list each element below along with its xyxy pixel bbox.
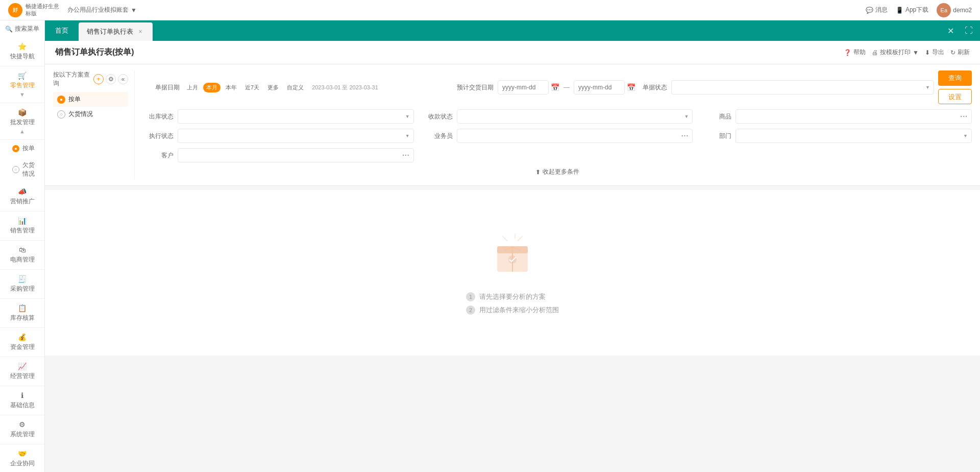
last-7days-btn[interactable]: 近7天 <box>242 83 262 92</box>
tab-maximize-button[interactable]: ⛶ <box>962 23 976 38</box>
sidebar-item-purchase[interactable]: 🧾 采购管理 <box>0 270 44 299</box>
sidebar-item-finance[interactable]: 💰 资金管理 <box>0 328 44 357</box>
start-calendar-icon[interactable]: 📅 <box>551 83 559 91</box>
sidebar-item-basics[interactable]: ℹ 基础信息 <box>0 386 44 415</box>
tip-num-2: 2 <box>466 305 475 315</box>
collapse-sidebar-button[interactable]: « <box>118 74 128 84</box>
sidebar-item-inventory[interactable]: 📋 库存核算 <box>0 299 44 328</box>
sidebar: 🔍 搜索菜单 ⭐ 快捷导航 🛒 零售管理 ▼ 📦 批发管理 ▲ ● 按单 ○ 欠… <box>0 20 45 472</box>
settings-plan-button[interactable]: ⚙ <box>106 74 116 84</box>
retail-icon: 🛒 <box>18 72 27 80</box>
filter-row-2: 出库状态 收款状态 <box>143 109 972 124</box>
sidebar-sub-item-欠货[interactable]: ○ 欠货情况 <box>0 157 44 182</box>
sidebar-item-retail[interactable]: 🛒 零售管理 ▼ <box>0 66 44 103</box>
sidebar-item-sales[interactable]: 📊 销售管理 <box>0 211 44 241</box>
empty-tips: 1 请先选择要分析的方案 2 用过滤条件来缩小分析范围 <box>466 292 559 315</box>
salesperson-group: 业务员 <box>422 129 693 143</box>
customer-wrapper <box>178 148 414 162</box>
expected-date-end[interactable] <box>574 80 625 95</box>
filter-row-1: 单据日期 上月 本月 本年 近7天 更多 自定义 20 <box>143 70 972 104</box>
out-status-label: 出库状态 <box>143 112 178 121</box>
plan-item-欠货[interactable]: ○ 欠货情况 <box>53 107 128 122</box>
salesperson-wrapper <box>457 129 693 143</box>
sidebar-item-quick-nav[interactable]: ⭐ 快捷导航 <box>0 37 44 66</box>
minimize-icon: ✕ <box>947 26 954 36</box>
date-range-display: 2023-03-01 至 2023-03-31 <box>312 84 378 91</box>
collapse-icon: ▲ <box>19 128 25 134</box>
date-separator: — <box>561 84 572 91</box>
date-quick-group: 上月 本月 本年 近7天 更多 自定义 2023-03-01 至 2023-03… <box>184 83 447 92</box>
logo-area: 好 畅捷通好生意 标版 <box>8 3 59 17</box>
filter-section-title: 按以下方案查询 <box>53 70 93 88</box>
wholesale-icon: 📦 <box>18 108 27 116</box>
sidebar-item-enterprise[interactable]: 🤝 企业协同 <box>0 444 44 472</box>
gear-icon: ⚙ <box>108 76 114 83</box>
active-plan-indicator: ● <box>12 145 19 152</box>
top-bar-right: 💬 消息 📱 App下载 Ea demo2 <box>866 3 972 17</box>
plan-item-按单[interactable]: ● 按单 <box>53 92 128 107</box>
purchase-icon: 🧾 <box>18 275 27 283</box>
last-month-btn[interactable]: 上月 <box>184 83 201 92</box>
download-icon: 📱 <box>896 7 903 14</box>
collapse-button[interactable]: ⬆ 收起更多条件 <box>143 164 972 179</box>
app-download-action[interactable]: 📱 App下载 <box>896 6 928 14</box>
this-month-btn[interactable]: 本月 <box>203 83 220 92</box>
tab-bar: 首页 销售订单执行表 × ✕ ⛶ <box>45 20 980 41</box>
print-button[interactable]: 🖨 按模板打印 ▼ <box>872 48 919 57</box>
message-action[interactable]: 💬 消息 <box>866 6 888 14</box>
sidebar-sub-item-按单[interactable]: ● 按单 <box>0 140 44 157</box>
plan-inactive-icon: ○ <box>57 110 65 119</box>
tab-sales-order[interactable]: 销售订单执行表 × <box>79 22 153 41</box>
sales-icon: 📊 <box>18 217 27 225</box>
quick-nav-icon: ⭐ <box>18 42 27 51</box>
receipt-status-label: 收款状态 <box>422 112 457 121</box>
sidebar-sub-section: ● 按单 ○ 欠货情况 <box>0 140 44 182</box>
more-btn[interactable]: 更多 <box>264 83 282 92</box>
receipt-status-select[interactable] <box>457 109 693 124</box>
empty-tip-2: 2 用过滤条件来缩小分析范围 <box>466 305 559 315</box>
company-selector[interactable]: 办公用品行业模拟账套 ▼ <box>63 4 141 16</box>
status-select[interactable] <box>671 80 934 95</box>
search-button[interactable]: 查询 <box>938 70 972 86</box>
empty-state: 1 请先选择要分析的方案 2 用过滤条件来缩小分析范围 <box>45 190 980 356</box>
inactive-plan-indicator: ○ <box>12 166 19 173</box>
product-wrapper <box>736 109 972 124</box>
dept-wrapper <box>736 129 972 143</box>
customer-input[interactable] <box>178 148 414 162</box>
settings-button[interactable]: 设置 <box>938 89 972 104</box>
help-button[interactable]: ❓ 帮助 <box>844 48 866 57</box>
refresh-button[interactable]: ↻ 刷新 <box>950 48 970 57</box>
exec-status-select[interactable] <box>178 129 414 143</box>
add-plan-button[interactable]: + <box>93 74 104 84</box>
search-menu-item[interactable]: 🔍 搜索菜单 <box>0 20 44 37</box>
marketing-icon: 📣 <box>18 187 27 196</box>
custom-btn[interactable]: 自定义 <box>284 83 307 92</box>
expected-date-start[interactable] <box>498 80 549 95</box>
empty-tip-1: 1 请先选择要分析的方案 <box>466 292 559 301</box>
sidebar-item-operations[interactable]: 📈 经营管理 <box>0 357 44 386</box>
dept-select[interactable] <box>736 129 972 143</box>
customer-group: 客户 <box>143 148 414 162</box>
salesperson-input[interactable] <box>457 129 693 143</box>
date-quick-buttons: 上月 本月 本年 近7天 更多 自定义 <box>184 83 307 92</box>
salesperson-label: 业务员 <box>422 132 457 140</box>
sidebar-item-wholesale[interactable]: 📦 批发管理 ▲ <box>0 103 44 140</box>
this-year-btn[interactable]: 本年 <box>223 83 240 92</box>
expected-date-label: 预计交货日期 <box>457 83 498 92</box>
sidebar-item-marketing[interactable]: 📣 营销推广 <box>0 182 44 211</box>
content-area: 首页 销售订单执行表 × ✕ ⛶ 销售订单执行表(按单) <box>45 20 980 472</box>
tip-num-1: 1 <box>466 292 475 301</box>
user-action[interactable]: Ea demo2 <box>937 3 972 17</box>
tab-home[interactable]: 首页 <box>45 20 79 41</box>
sidebar-item-ecommerce[interactable]: 🛍 电商管理 <box>0 241 44 270</box>
exec-status-wrapper <box>178 129 414 143</box>
tab-close-icon[interactable]: × <box>136 28 144 36</box>
search-action-area: 查询 设置 <box>938 70 972 104</box>
export-button[interactable]: ⬇ 导出 <box>925 48 944 57</box>
sidebar-item-system[interactable]: ⚙ 系统管理 <box>0 415 44 444</box>
chevron-down-icon: ▼ <box>131 7 137 14</box>
tab-minimize-button[interactable]: ✕ <box>943 23 958 38</box>
out-status-select[interactable] <box>178 109 414 124</box>
product-input[interactable] <box>736 109 972 124</box>
filter-row-4: 客户 <box>143 148 972 162</box>
